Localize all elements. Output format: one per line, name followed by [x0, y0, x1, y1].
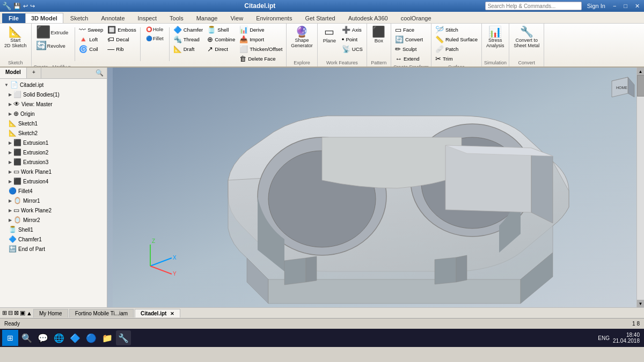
patch-button[interactable]: 🩹Patch: [434, 45, 479, 54]
fillet-button[interactable]: 🔵Fillet: [144, 34, 166, 42]
tab-nav-icon3[interactable]: ⊠: [14, 309, 19, 316]
tree-item-fillet4[interactable]: 🔵 Fillet4: [0, 186, 107, 196]
viewport[interactable]: X Y Z HOME: [107, 68, 644, 307]
hole-button[interactable]: ⭕Hole: [144, 25, 166, 33]
derive-button[interactable]: 📊Derive: [238, 25, 284, 34]
tree-item-solid-bodies[interactable]: ▶ ⬜ Solid Bodies(1): [0, 90, 107, 99]
axis-button[interactable]: ➕Axis: [340, 25, 364, 34]
tab-my-home[interactable]: My Home: [33, 309, 68, 317]
taskbar-cortana[interactable]: 💬: [35, 330, 50, 345]
search-model-button[interactable]: 🔍: [92, 68, 107, 78]
scroll-thumb[interactable]: [637, 75, 644, 97]
sculpt-button[interactable]: ✏Sculpt: [393, 45, 425, 54]
tree-item-extrusion3[interactable]: ▶ ⬛ Extrusion3: [0, 157, 107, 167]
tab-tools[interactable]: Tools: [164, 13, 189, 23]
chamfer-button[interactable]: 🔷Chamfer: [172, 25, 204, 34]
combine-button[interactable]: ⊕Combine: [206, 35, 237, 44]
tab-nav-icon1[interactable]: ⊞: [2, 309, 7, 316]
revolve-button[interactable]: 🔄 Revolve: [34, 40, 71, 51]
tree-item-workplane1[interactable]: ▶ ▭ Work Plane1: [0, 167, 107, 176]
tab-file[interactable]: File: [2, 13, 25, 23]
tree-item-sketch1[interactable]: 📐 Sketch1: [0, 119, 107, 128]
convert-sheet-metal-button[interactable]: 🔧 Convert toSheet Metal: [511, 25, 541, 49]
stress-analysis-button[interactable]: 📊 StressAnalysis: [484, 25, 507, 49]
tree-item-citadel[interactable]: ▼ 📄 Citadel.ipt: [0, 80, 107, 90]
tab-nav-icon2[interactable]: ⊟: [8, 309, 13, 316]
trim-button[interactable]: ✂Trim: [434, 54, 479, 63]
model-tab[interactable]: Model: [0, 68, 27, 78]
quick-access-redo[interactable]: ↪: [30, 3, 35, 10]
rib-button[interactable]: —Rib: [106, 45, 137, 54]
tab-fortino[interactable]: Fortino Mobile Ti...iam: [69, 309, 134, 317]
modify-dropdown[interactable]: Modify ▾: [53, 63, 71, 68]
tree-item-sketch2[interactable]: 📐 Sketch2: [0, 128, 107, 138]
coil-button[interactable]: 🌀Coil: [77, 45, 105, 54]
loft-button[interactable]: 🔺Loft: [77, 35, 105, 44]
tab-annotate[interactable]: Annotate: [96, 13, 131, 23]
plane-button[interactable]: ▭ Plane: [320, 25, 339, 45]
shell-button[interactable]: 🫙Shell: [206, 25, 237, 34]
point-button[interactable]: •Point: [340, 35, 364, 44]
thread-button[interactable]: 🔩Thread: [172, 35, 204, 44]
viewport-scrollbar[interactable]: ▲ ▼: [636, 68, 644, 307]
tab-a360[interactable]: Autodesk A360: [342, 13, 394, 23]
taskbar-chrome[interactable]: 🔵: [84, 330, 99, 345]
tab-nav-arrow[interactable]: ▲: [26, 310, 32, 316]
taskbar-search[interactable]: 🔍: [19, 330, 34, 345]
maximize-button[interactable]: □: [621, 2, 630, 10]
decal-button[interactable]: 🏷Decal: [106, 35, 137, 44]
tree-item-extrusion2[interactable]: ▶ ⬛ Extrusion2: [0, 147, 107, 157]
import-button[interactable]: 📥Import: [238, 35, 284, 44]
taskbar-ie[interactable]: 🌐: [52, 330, 67, 345]
scroll-down-button[interactable]: ▼: [637, 300, 644, 307]
scroll-up-button[interactable]: ▲: [637, 68, 644, 75]
help-search-input[interactable]: [485, 2, 582, 10]
taskbar-file-explorer[interactable]: 📁: [100, 330, 115, 345]
start-2d-sketch-button[interactable]: 📐 Start2D Sketch: [2, 25, 29, 49]
tab-manage[interactable]: Manage: [191, 13, 224, 23]
emboss-button[interactable]: 🔲Emboss: [106, 25, 137, 34]
close-button[interactable]: ✕: [633, 2, 642, 10]
thicken-button[interactable]: ⬜Thicken/Offset: [238, 45, 284, 54]
tree-item-mirror1[interactable]: ▶ 🪞 Mirror1: [0, 196, 107, 205]
tree-item-end-of-part[interactable]: 🔚 End of Part: [0, 244, 107, 254]
direct-button[interactable]: ↗Direct: [206, 45, 237, 54]
quick-access-save[interactable]: 💾: [13, 3, 21, 10]
tree-item-origin[interactable]: ▶ ⊕ Origin: [0, 109, 107, 119]
viewcube[interactable]: HOME: [601, 73, 633, 105]
tab-environments[interactable]: Environments: [250, 13, 298, 23]
stitch-button[interactable]: 🪡Stitch: [434, 25, 479, 34]
taskbar-edge[interactable]: 🔷: [68, 330, 83, 345]
convert-button[interactable]: 🔄Convert: [393, 35, 425, 44]
box-button[interactable]: ⬛ Box: [369, 25, 389, 45]
tab-nav-icon4[interactable]: ▣: [20, 309, 25, 316]
tree-item-shell1[interactable]: 🫙 Shell1: [0, 225, 107, 234]
tab-coolorange[interactable]: coolOrange: [395, 13, 437, 23]
extend-button[interactable]: ↔Extend: [393, 54, 425, 63]
tab-view[interactable]: View: [224, 13, 249, 23]
tree-item-mirror2[interactable]: ▶ 🪞 Mirror2: [0, 215, 107, 225]
tab-3dmodel[interactable]: 3D Model: [25, 13, 63, 23]
sweep-button[interactable]: 〰Sweep: [77, 25, 105, 34]
tree-item-extrusion1[interactable]: ▶ ⬛ Extrusion1: [0, 138, 107, 147]
tab-close-icon[interactable]: ✕: [170, 311, 174, 316]
draft-button[interactable]: 📐Draft: [172, 45, 204, 54]
extrude-button[interactable]: ⬛ Extrude: [34, 25, 71, 39]
tab-sketch[interactable]: Sketch: [64, 13, 94, 23]
taskbar-inventor[interactable]: 🔧: [116, 330, 131, 345]
tab-inspect[interactable]: Inspect: [132, 13, 163, 23]
ruled-surface-button[interactable]: 📏Ruled Surface: [434, 35, 479, 44]
tree-item-view[interactable]: ▶ 👁 View: Master: [0, 99, 107, 109]
start-button[interactable]: ⊞: [2, 330, 18, 346]
signin-button[interactable]: Sign In: [585, 2, 608, 10]
tree-item-chamfer1[interactable]: 🔷 Chamfer1: [0, 234, 107, 244]
minimize-button[interactable]: −: [611, 2, 618, 10]
tab-citadel[interactable]: Citadel.ipt ✕: [135, 309, 180, 317]
shape-generator-button[interactable]: 🔮 ShapeGenerator: [289, 25, 315, 49]
face-button[interactable]: ▭Face: [393, 25, 425, 34]
deleteface-button[interactable]: 🗑Delete Face: [238, 54, 284, 63]
tree-item-workplane2[interactable]: ▶ ▭ Work Plane2: [0, 205, 107, 215]
quick-access-undo[interactable]: ↩: [23, 3, 28, 10]
add-tab[interactable]: +: [27, 68, 41, 78]
ucs-button[interactable]: 📡UCS: [340, 45, 364, 54]
